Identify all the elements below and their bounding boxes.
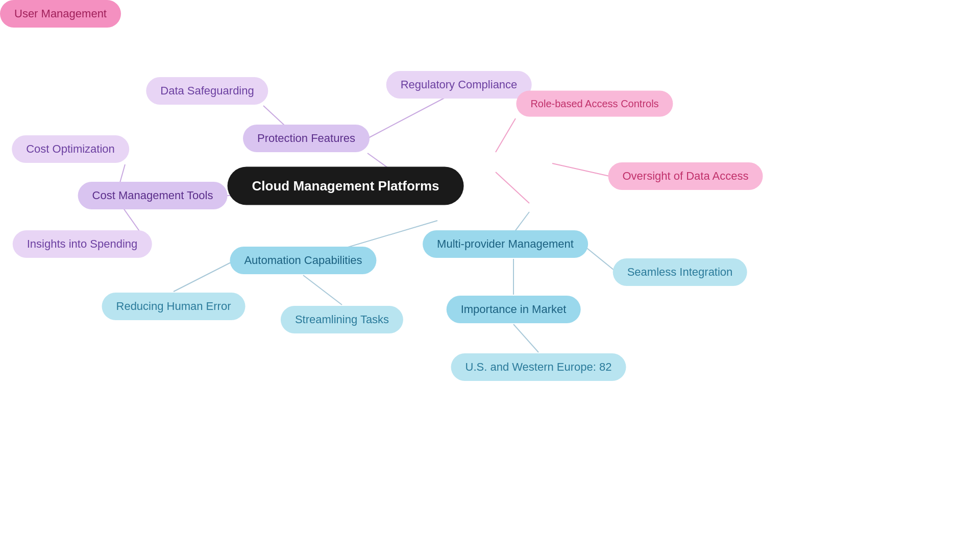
automation-capabilities-node[interactable]: Automation Capabilities <box>230 247 376 274</box>
svg-line-7 <box>174 260 235 292</box>
svg-line-8 <box>303 275 342 305</box>
cost-optimization-node[interactable]: Cost Optimization <box>12 135 129 163</box>
us-western-europe-node[interactable]: U.S. and Western Europe: 82 <box>451 353 626 381</box>
center-node[interactable]: Cloud Management Platforms <box>228 167 464 205</box>
role-based-access-node[interactable]: Role-based Access Controls <box>516 91 673 117</box>
svg-line-15 <box>513 324 538 352</box>
svg-line-9 <box>496 172 529 203</box>
reducing-human-error-node[interactable]: Reducing Human Error <box>102 293 246 320</box>
user-management-node[interactable]: User Management <box>0 0 121 28</box>
importance-market-node[interactable]: Importance in Market <box>447 296 581 323</box>
data-safeguarding-node[interactable]: Data Safeguarding <box>146 77 268 105</box>
seamless-integration-node[interactable]: Seamless Integration <box>613 258 747 286</box>
regulatory-compliance-node[interactable]: Regulatory Compliance <box>386 71 532 99</box>
svg-line-10 <box>496 118 516 152</box>
oversight-data-access-node[interactable]: Oversight of Data Access <box>608 162 763 190</box>
protection-features-node[interactable]: Protection Features <box>243 125 370 152</box>
svg-line-11 <box>552 163 609 176</box>
insights-spending-node[interactable]: Insights into Spending <box>13 230 152 258</box>
streamlining-tasks-node[interactable]: Streamlining Tasks <box>281 306 403 333</box>
multi-provider-node[interactable]: Multi-provider Management <box>423 230 588 258</box>
cost-management-tools-node[interactable]: Cost Management Tools <box>78 182 228 209</box>
